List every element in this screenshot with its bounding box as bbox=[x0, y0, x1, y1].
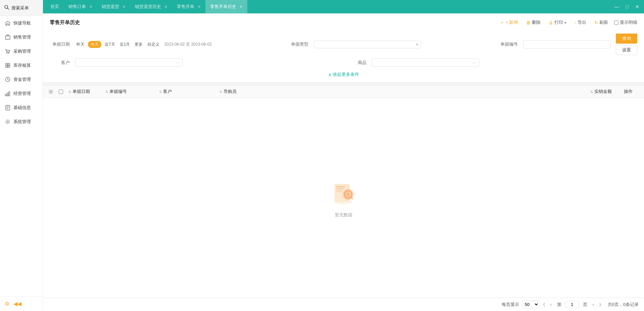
goods-filter-label: 商品 bbox=[346, 60, 366, 66]
tab-sales-return-history-label: 销货退货历史 bbox=[135, 4, 161, 10]
sidebar-item-quick-nav[interactable]: 快捷导航 bbox=[0, 16, 43, 30]
query-button[interactable]: 查询 bbox=[616, 34, 637, 44]
tab-retail-open-label: 零售开单 bbox=[177, 4, 194, 10]
show-detail-label[interactable]: 显示明细 bbox=[614, 19, 637, 25]
collapse-icon[interactable]: ◀◀ bbox=[13, 301, 21, 307]
th-customer[interactable]: ⇅ 客户 bbox=[156, 89, 217, 95]
date-more-btn[interactable]: 更多 bbox=[133, 41, 144, 48]
inventory-icon bbox=[5, 62, 11, 68]
settings-button[interactable]: 设置 bbox=[616, 45, 637, 55]
main-content: 首页 销售订单 ✕ 销货退货 ✕ 销货退货历史 ✕ 零售开单 ✕ 零售开单历史 … bbox=[43, 0, 644, 311]
th-guide-label: 导购员 bbox=[224, 89, 237, 95]
customer-filter-label: 客户 bbox=[50, 60, 70, 66]
sidebar-item-basic-info[interactable]: 基础信息 bbox=[0, 101, 43, 115]
th-date[interactable]: ⇅ 单据日期 bbox=[66, 89, 103, 95]
date-custom-btn[interactable]: 自定义 bbox=[146, 41, 161, 48]
date-1month-btn[interactable]: 近1月 bbox=[118, 41, 132, 48]
show-detail-checkbox[interactable] bbox=[614, 20, 618, 25]
sidebar-search[interactable]: 搜索采单 bbox=[0, 0, 43, 16]
tab-bar-expand-btn[interactable]: □ bbox=[624, 3, 631, 11]
sidebar-item-inventory[interactable]: 库存核算 bbox=[0, 58, 43, 72]
sidebar-item-operations[interactable]: 经营管理 bbox=[0, 87, 43, 101]
print-label: 打印 bbox=[554, 19, 563, 25]
sidebar: 搜索采单 快捷导航 销售管理 采购管理 bbox=[0, 0, 43, 311]
tab-sales-order-close[interactable]: ✕ bbox=[89, 5, 92, 9]
sidebar-item-system[interactable]: 系统管理 bbox=[0, 115, 43, 129]
toolbar: ＋ + 新增 🗑 删除 🖨 打印 ▾ ↑ 导出 bbox=[498, 18, 637, 27]
tab-retail-open-close[interactable]: ✕ bbox=[198, 5, 201, 9]
table-settings-btn[interactable] bbox=[46, 89, 56, 94]
tab-sales-return-history[interactable]: 销货退货历史 ✕ bbox=[130, 0, 172, 13]
filter-row-1: 单据日期 昨天 今天 近7天 近1月 更多 自定义 2023-06-02 至 2… bbox=[50, 34, 637, 55]
pagination: 每页显示 50 100 200 ⟨ ‹ 第 1 页 › ⟩ 共0页，0条记录 bbox=[43, 298, 644, 311]
sidebar-item-label: 资金管理 bbox=[13, 76, 31, 83]
add-icon: ＋ bbox=[500, 19, 504, 25]
sort-icon-left: ⇅ bbox=[159, 90, 162, 94]
next-page-btn[interactable]: › bbox=[591, 302, 595, 308]
filter-area: 单据日期 昨天 今天 近7天 近1月 更多 自定义 2023-06-02 至 2… bbox=[50, 30, 637, 82]
system-icon bbox=[5, 119, 11, 125]
tab-sales-order[interactable]: 销售订单 ✕ bbox=[64, 0, 97, 13]
last-page-btn[interactable]: ⟩ bbox=[598, 302, 602, 308]
refresh-label: 刷新 bbox=[599, 19, 608, 25]
tab-bar-close-btn[interactable]: ✕ bbox=[633, 3, 641, 11]
table-header: ⇅ 单据日期 ⇅ 单据编号 ⇅ 客户 ⇅ 导购员 ⇅ 实销 bbox=[43, 85, 644, 98]
table-area: ⇅ 单据日期 ⇅ 单据编号 ⇅ 客户 ⇅ 导购员 ⇅ 实销 bbox=[43, 85, 644, 298]
sidebar-item-label: 基础信息 bbox=[13, 105, 31, 111]
print-button[interactable]: 🖨 打印 ▾ bbox=[547, 18, 568, 27]
page-label-before: 第 bbox=[557, 302, 561, 308]
sidebar-item-sales-mgmt[interactable]: 销售管理 bbox=[0, 30, 43, 44]
tab-sales-return-history-close[interactable]: ✕ bbox=[164, 5, 167, 9]
chevron-down-icon: ▾ bbox=[416, 42, 418, 47]
customer-filter-input[interactable]: ··· bbox=[75, 58, 183, 67]
settings-bottom-icon[interactable]: ⚙ bbox=[5, 301, 9, 307]
number-filter-input[interactable] bbox=[523, 40, 610, 49]
empty-text: 暂无数据 bbox=[335, 212, 352, 218]
refresh-icon: ↻ bbox=[594, 20, 598, 25]
collapse-row: ∧ 收起更多条件 bbox=[50, 70, 637, 79]
sidebar-item-finance[interactable]: 资金管理 bbox=[0, 72, 43, 87]
per-page-label: 每页显示 bbox=[502, 302, 519, 308]
per-page-select[interactable]: 50 100 200 bbox=[522, 301, 539, 308]
first-page-btn[interactable]: ⟨ bbox=[542, 302, 546, 308]
date-7days-btn[interactable]: 近7天 bbox=[103, 41, 116, 48]
tab-retail-open-history-close[interactable]: ✕ bbox=[240, 5, 243, 9]
tab-retail-open-history[interactable]: 零售开单历史 ✕ bbox=[205, 0, 247, 13]
sidebar-item-label: 采购管理 bbox=[13, 48, 31, 54]
date-shortcuts: 昨天 今天 近7天 近1月 更多 自定义 2023-06-02 至 2023-0… bbox=[75, 41, 212, 48]
svg-point-18 bbox=[50, 91, 51, 92]
sidebar-item-purchase-mgmt[interactable]: 采购管理 bbox=[0, 44, 43, 58]
tab-bar-right: — □ ✕ bbox=[612, 3, 641, 11]
svg-point-27 bbox=[347, 193, 350, 196]
sidebar-item-label: 快捷导航 bbox=[13, 20, 31, 26]
goods-filter-input[interactable]: ··· bbox=[372, 58, 479, 67]
sort-icon-left: ⇅ bbox=[219, 90, 222, 94]
export-button[interactable]: ↑ 导出 bbox=[572, 18, 589, 27]
th-guide[interactable]: ⇅ 导购员 bbox=[217, 89, 250, 95]
sort-icon-left: ⇅ bbox=[68, 90, 71, 94]
tab-bar-minus-btn[interactable]: — bbox=[612, 3, 621, 11]
select-all-checkbox[interactable] bbox=[59, 90, 63, 94]
add-button[interactable]: ＋ + 新增 bbox=[498, 18, 520, 27]
tab-retail-open[interactable]: 零售开单 ✕ bbox=[172, 0, 205, 13]
th-amount[interactable]: ⇅ 实销金额 bbox=[588, 89, 621, 95]
th-action: 操作 bbox=[621, 89, 641, 95]
type-filter-select[interactable]: ▾ bbox=[314, 41, 421, 48]
refresh-button[interactable]: ↻ 刷新 bbox=[592, 18, 610, 27]
svg-rect-22 bbox=[336, 188, 344, 189]
tab-sales-return[interactable]: 销货退货 ✕ bbox=[97, 0, 130, 13]
tab-sales-return-close[interactable]: ✕ bbox=[122, 5, 126, 9]
svg-line-1 bbox=[7, 8, 9, 9]
th-number[interactable]: ⇅ 单据编号 bbox=[103, 89, 156, 95]
export-label: 导出 bbox=[578, 19, 586, 25]
page-number-input[interactable]: 1 bbox=[565, 301, 579, 308]
delete-button[interactable]: 🗑 删除 bbox=[524, 18, 543, 27]
add-label: + 新增 bbox=[505, 19, 518, 25]
collapse-button[interactable]: ∧ 收起更多条件 bbox=[328, 71, 359, 77]
table-select-all[interactable] bbox=[56, 90, 66, 94]
sort-icon-left: ⇅ bbox=[105, 90, 108, 94]
date-today-btn[interactable]: 今天 bbox=[88, 41, 101, 48]
tab-home[interactable]: 首页 bbox=[46, 0, 64, 13]
prev-page-btn[interactable]: ‹ bbox=[549, 302, 553, 308]
date-yesterday-btn[interactable]: 昨天 bbox=[75, 41, 86, 48]
